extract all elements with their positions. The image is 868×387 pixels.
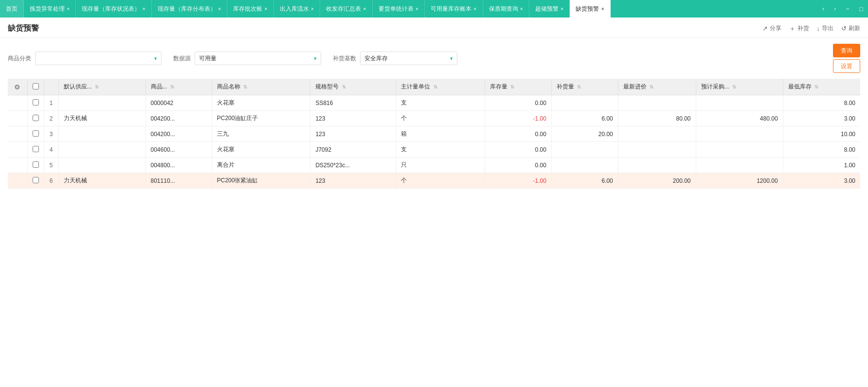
row-checkbox[interactable] <box>33 130 39 137</box>
spec-column-header[interactable]: 规格型号 ⇅ <box>310 79 396 95</box>
tab-close-icon[interactable]: × <box>561 6 563 12</box>
row-supplier: 力天机械 <box>58 111 145 126</box>
tab-close-icon[interactable]: × <box>218 6 221 12</box>
replenish-button[interactable]: ＋ 补货 <box>789 24 809 33</box>
tab-label: 现存量（库存状况表） <box>82 5 140 13</box>
row-est-purchase <box>696 126 783 142</box>
tab-label: 超储预警 <box>535 5 559 13</box>
row-number: 3 <box>44 126 58 142</box>
settings-column-header[interactable]: ⚙ <box>8 79 27 95</box>
tab-item-expiry-query[interactable]: 保质期查询× <box>483 0 529 18</box>
tab-item-overstock[interactable]: 超储预警× <box>529 0 570 18</box>
default-supplier-column-header[interactable]: 默认供应... ⇅ <box>58 79 145 95</box>
row-supplier <box>58 158 145 173</box>
row-checkbox-cell[interactable] <box>27 173 44 189</box>
row-checkbox-cell[interactable] <box>27 111 44 126</box>
row-settings-cell <box>8 173 27 189</box>
tab-item-stock-status[interactable]: 现存量（库存状况表）× <box>76 0 151 18</box>
tab-close-icon[interactable]: × <box>142 6 145 12</box>
row-checkbox[interactable] <box>33 99 39 106</box>
row-stock: 0.00 <box>485 95 552 111</box>
tab-close-icon[interactable]: × <box>473 6 476 12</box>
category-label: 商品分类 <box>8 54 31 63</box>
est-purchase-label: 预计采购... <box>701 83 729 90</box>
tab-label: 现存量（库存分布表） <box>158 5 216 13</box>
tab-close-icon[interactable]: × <box>363 6 366 12</box>
table-row: 1 0000042 火花塞 SS816 支 0.00 8.00 <box>8 95 860 111</box>
tab-bar: 首页拣货异常处理×现存量（库存状况表）×现存量（库存分布表）×库存批次账×出入库… <box>0 0 868 18</box>
checkbox-column-header[interactable] <box>27 79 44 95</box>
goods-code-label: 商品... <box>151 83 167 90</box>
query-button[interactable]: 查询 <box>833 44 860 57</box>
row-checkbox-cell[interactable] <box>27 95 44 111</box>
replenish-base-select[interactable]: 安全库存 ▾ <box>360 52 457 65</box>
row-goods-name: 三九 <box>212 126 310 142</box>
tab-item-demand-stat[interactable]: 要货单统计表× <box>373 0 425 18</box>
tab-item-stock-dist[interactable]: 现存量（库存分布表）× <box>152 0 227 18</box>
unit-column-header[interactable]: 主计量单位 ⇅ <box>396 79 485 95</box>
stock-column-header[interactable]: 库存量 ⇅ <box>485 79 552 95</box>
goods-code-column-header[interactable]: 商品... ⇅ <box>145 79 212 95</box>
row-replenish-qty <box>551 95 618 111</box>
tab-item-home[interactable]: 首页 <box>0 0 24 18</box>
datasource-chevron-icon: ▾ <box>314 55 317 62</box>
refresh-button[interactable]: ↺ 刷新 <box>841 24 860 33</box>
next-tab-button[interactable]: › <box>829 0 841 18</box>
row-checkbox-cell[interactable] <box>27 142 44 158</box>
datasource-select[interactable]: 可用量 ▾ <box>195 52 321 65</box>
row-est-purchase <box>696 142 783 158</box>
tab-label: 出入库流水 <box>280 5 309 13</box>
tab-close-icon[interactable]: × <box>520 6 523 12</box>
page-title: 缺货预警 <box>8 23 39 34</box>
gear-icon[interactable]: ⚙ <box>14 83 20 91</box>
tab-item-avail-ledger[interactable]: 可用量库存账本× <box>425 0 483 18</box>
header-actions: ↗ 分享 ＋ 补货 ↓ 导出 ↺ 刷新 <box>762 24 861 33</box>
est-purchase-column-header[interactable]: 预计采购... ⇅ <box>696 79 783 95</box>
row-checkbox[interactable] <box>33 115 39 121</box>
prev-tab-button[interactable]: ‹ <box>817 0 829 18</box>
row-latest-price: 80.00 <box>618 111 696 126</box>
row-checkbox[interactable] <box>33 161 39 168</box>
share-button[interactable]: ↗ 分享 <box>762 24 781 33</box>
spec-label: 规格型号 <box>315 83 339 90</box>
tab-label: 要货单统计表 <box>379 5 414 13</box>
export-button[interactable]: ↓ 导出 <box>817 24 834 33</box>
unit-label: 主计量单位 <box>401 83 430 90</box>
tab-label: 首页 <box>6 5 18 13</box>
close-all-button[interactable]: − <box>841 0 854 18</box>
replenish-qty-column-header[interactable]: 补货量 ⇅ <box>551 79 618 95</box>
select-all-checkbox[interactable] <box>33 83 39 89</box>
row-replenish-qty: 6.00 <box>551 173 618 189</box>
row-checkbox-cell[interactable] <box>27 158 44 173</box>
stock-label: 库存量 <box>490 83 507 90</box>
tab-item-exception[interactable]: 拣货异常处理× <box>24 0 76 18</box>
goods-name-column-header[interactable]: 商品名称 ⇅ <box>212 79 310 95</box>
row-number: 4 <box>44 142 58 158</box>
row-goods-code: 004600... <box>145 142 212 158</box>
row-est-purchase: 1200.00 <box>696 173 783 189</box>
tab-close-icon[interactable]: × <box>416 6 418 12</box>
row-checkbox-cell[interactable] <box>27 126 44 142</box>
tab-close-icon[interactable]: × <box>67 6 70 12</box>
row-spec: J7092 <box>310 142 396 158</box>
tab-item-batch-account[interactable]: 库存批次账× <box>227 0 273 18</box>
row-checkbox[interactable] <box>33 146 39 152</box>
row-stock: -1.00 <box>485 111 552 126</box>
tab-item-shortage[interactable]: 缺货预警× <box>570 0 610 18</box>
table-row: 6 力天机械 801110... PC200张紧油缸 123 个 -1.00 6… <box>8 173 860 189</box>
tab-close-icon[interactable]: × <box>601 6 604 12</box>
tab-item-inout-flow[interactable]: 出入库流水× <box>274 0 320 18</box>
tab-item-collect-summary[interactable]: 收发存汇总表× <box>320 0 372 18</box>
tab-close-icon[interactable]: × <box>311 6 314 12</box>
min-stock-column-header[interactable]: 最低库存 ⇅ <box>783 79 860 95</box>
export-icon: ↓ <box>817 25 820 32</box>
category-select[interactable]: ▾ <box>35 52 162 65</box>
settings-button[interactable]: 设置 <box>833 59 860 73</box>
row-stock: 0.00 <box>485 126 552 142</box>
maximize-button[interactable]: □ <box>854 0 868 18</box>
row-checkbox[interactable] <box>33 177 39 183</box>
est-purchase-sort-icon: ⇅ <box>732 84 736 89</box>
replenish-base-value: 安全库存 <box>364 54 388 63</box>
tab-close-icon[interactable]: × <box>264 6 267 12</box>
latest-price-column-header[interactable]: 最新进价 ⇅ <box>618 79 696 95</box>
